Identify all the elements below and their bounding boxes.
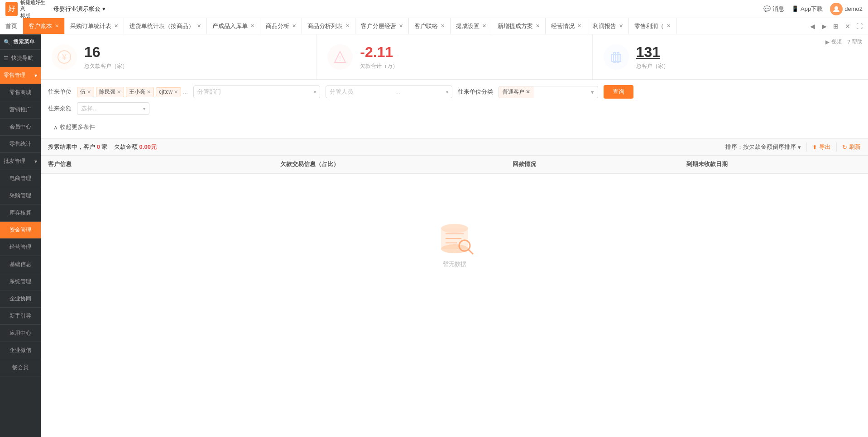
- sidebar-item-enterprise-collab[interactable]: 企业协同: [0, 290, 41, 308]
- table-area: 客户信息 欠款交易信息（占比） 回款情况 到期未收款日期: [41, 156, 868, 437]
- tab-home[interactable]: 首页: [0, 18, 23, 34]
- tab-commission-settings[interactable]: 提成设置 ✕: [451, 18, 492, 34]
- tab-new-commission[interactable]: 新增提成方案 ✕: [492, 18, 546, 34]
- tab-close-icon[interactable]: ✕: [250, 23, 254, 29]
- sidebar-item-finance-mgmt[interactable]: 资金管理: [0, 222, 41, 239]
- sidebar-item-system-mgmt[interactable]: 系统管理: [0, 273, 41, 290]
- tab-close-icon[interactable]: ✕: [292, 23, 296, 29]
- sidebar-item-wholesale-mgmt[interactable]: 批发管理 ▾: [0, 153, 41, 170]
- category-selector[interactable]: 普通客户 ✕ ▾: [499, 86, 598, 98]
- sidebar-item-basic-info[interactable]: 基础信息: [0, 256, 41, 273]
- content-area: ¥ 16 总欠款客户（家） ! -2.11 欠款合计（万）: [41, 34, 868, 437]
- category-tag-normal: 普通客户 ✕: [499, 86, 534, 98]
- tab-profit-report[interactable]: 利润报告 ✕: [587, 18, 629, 34]
- refresh-button[interactable]: ↻ 刷新: [842, 143, 861, 151]
- dept-selector[interactable]: 分管部门 ▾: [193, 86, 320, 98]
- export-button[interactable]: ⬆ 导出: [812, 143, 831, 151]
- tab-close-icon[interactable]: ✕: [536, 23, 540, 29]
- tab-close-icon[interactable]: ✕: [577, 23, 581, 29]
- remove-tag-unit1[interactable]: ✕: [87, 89, 91, 95]
- tab-retail-profit[interactable]: 零售利润（ ✕: [629, 18, 676, 34]
- help-link[interactable]: ? 帮助: [847, 38, 863, 46]
- avatar: [830, 3, 843, 15]
- header-left: 好 畅捷通好生意 标版 母婴行业演示帐套 ▾: [5, 0, 109, 19]
- tab-close-icon[interactable]: ✕: [482, 23, 486, 29]
- divider: [806, 142, 807, 152]
- remove-tag-unit4[interactable]: ✕: [174, 89, 178, 95]
- svg-text:¥: ¥: [62, 52, 67, 62]
- tab-close-all-button[interactable]: ✕: [843, 21, 853, 31]
- empty-text: 暂无数据: [443, 260, 466, 268]
- tab-close-icon[interactable]: ✕: [55, 23, 59, 29]
- tab-close-icon[interactable]: ✕: [114, 23, 118, 29]
- filter-row-1: 往来单位 伍 ✕ 陈民强 ✕ 王小亮 ✕ cjttcw: [48, 85, 861, 99]
- remove-category-tag[interactable]: ✕: [526, 89, 530, 95]
- chevron-down-icon: ▾: [102, 5, 106, 12]
- more-tags-button[interactable]: ...: [183, 89, 188, 95]
- sidebar-item-app-center[interactable]: 应用中心: [0, 325, 41, 342]
- sidebar-item-marketing[interactable]: 营销推广: [0, 101, 41, 119]
- balance-selector[interactable]: 选择... ▾: [77, 102, 149, 115]
- tab-product-instock[interactable]: 产成品入库单 ✕: [207, 18, 260, 34]
- nav-tabs-scroll: 首页 客户账本 ✕ 采购订单统计表 ✕ 进货单统计表（按商品） ✕ 产成品入库单…: [0, 18, 804, 34]
- summary-card3-data: 131 总客户（家）: [636, 43, 857, 70]
- tab-more-button[interactable]: ⊞: [831, 21, 841, 31]
- total-customers-icon: [604, 44, 629, 70]
- svg-line-14: [469, 250, 473, 254]
- sidebar-item-purchase-mgmt[interactable]: 采购管理: [0, 187, 41, 204]
- tab-prev-button[interactable]: ◀: [807, 21, 817, 31]
- tab-close-icon[interactable]: ✕: [667, 23, 671, 29]
- sidebar-search-button[interactable]: 🔍 搜索菜单: [0, 34, 41, 50]
- tab-close-icon[interactable]: ✕: [197, 23, 201, 29]
- sidebar-quick-nav[interactable]: ☰ 快捷导航: [0, 50, 41, 67]
- tab-close-icon[interactable]: ✕: [345, 23, 350, 29]
- tab-customer-contact[interactable]: 客户联络 ✕: [409, 18, 451, 34]
- sidebar-item-retail-mall[interactable]: 零售商城: [0, 84, 41, 101]
- tab-next-button[interactable]: ▶: [819, 21, 829, 31]
- sidebar-item-beginner-guide[interactable]: 新手引导: [0, 308, 41, 325]
- tab-product-analysis-list[interactable]: 商品分析列表 ✕: [302, 18, 355, 34]
- user-menu[interactable]: demo2: [830, 3, 863, 15]
- sidebar-item-retail-mgmt[interactable]: 零售管理 ▾: [0, 67, 41, 84]
- tab-product-analysis[interactable]: 商品分析 ✕: [260, 18, 302, 34]
- summary-card1-data: 16 总欠款客户（家）: [84, 43, 305, 70]
- sidebar-item-inventory[interactable]: 库存核算: [0, 204, 41, 222]
- tab-customer-layer[interactable]: 客户分层经营 ✕: [355, 18, 409, 34]
- person-selector[interactable]: 分管人员 ... ▾: [326, 86, 452, 98]
- sidebar-item-chang-member[interactable]: 畅会员: [0, 359, 41, 376]
- query-button[interactable]: 查询: [604, 85, 633, 99]
- sidebar-item-ecommerce[interactable]: 电商管理: [0, 170, 41, 187]
- tab-operations[interactable]: 经营情况 ✕: [546, 18, 587, 34]
- sort-selector[interactable]: 排序：按欠款金额倒序排序 ▾: [725, 143, 801, 151]
- chevron-up-icon: ∧: [53, 124, 58, 131]
- tab-close-icon[interactable]: ✕: [441, 23, 445, 29]
- collapse-button[interactable]: ∧ 收起更多条件: [48, 121, 861, 133]
- store-selector[interactable]: 母婴行业演示帐套 ▾: [50, 3, 109, 15]
- sidebar-item-member-center[interactable]: 会员中心: [0, 119, 41, 136]
- tab-close-icon[interactable]: ✕: [399, 23, 403, 29]
- video-link[interactable]: ▶ 视频: [825, 38, 842, 46]
- main-layout: 🔍 搜索菜单 ☰ 快捷导航 零售管理 ▾ 零售商城 营销推广 会员中心 零售统计…: [0, 34, 868, 437]
- total-customers-value[interactable]: 131: [636, 43, 857, 61]
- table-empty-state: 暂无数据: [41, 174, 868, 309]
- tab-close-icon[interactable]: ✕: [619, 23, 623, 29]
- sidebar-item-operations-mgmt[interactable]: 经营管理: [0, 239, 41, 256]
- sidebar: 🔍 搜索菜单 ☰ 快捷导航 零售管理 ▾ 零售商城 营销推广 会员中心 零售统计…: [0, 34, 41, 437]
- sidebar-item-retail-stats[interactable]: 零售统计: [0, 136, 41, 153]
- remove-tag-unit2[interactable]: ✕: [117, 89, 121, 95]
- tab-fullscreen-button[interactable]: ⛶: [854, 21, 864, 31]
- tab-purchase-order-stats[interactable]: 采购订单统计表 ✕: [65, 18, 124, 34]
- collapse-row: ∧ 收起更多条件: [48, 119, 861, 133]
- filter-tag-unit3: 王小亮 ✕: [126, 87, 154, 97]
- sidebar-item-enterprise-wechat[interactable]: 企业微信: [0, 342, 41, 359]
- tab-customer-ledger[interactable]: 客户账本 ✕: [23, 18, 65, 34]
- filter-tag-unit1: 伍 ✕: [77, 87, 94, 97]
- app-download-button[interactable]: 📱 App下载: [791, 5, 823, 13]
- message-button[interactable]: 💬 消息: [763, 5, 784, 13]
- filter-row-2: 往来余额 选择... ▾: [48, 102, 861, 115]
- col-payment-status: 回款情况: [513, 160, 687, 168]
- tab-purchase-stats-product[interactable]: 进货单统计表（按商品） ✕: [124, 18, 207, 34]
- results-summary: 搜索结果中，客户 0 家 欠款金额 0.00元: [48, 143, 157, 151]
- overdue-customers-value: 16: [84, 43, 305, 61]
- remove-tag-unit3[interactable]: ✕: [147, 89, 151, 95]
